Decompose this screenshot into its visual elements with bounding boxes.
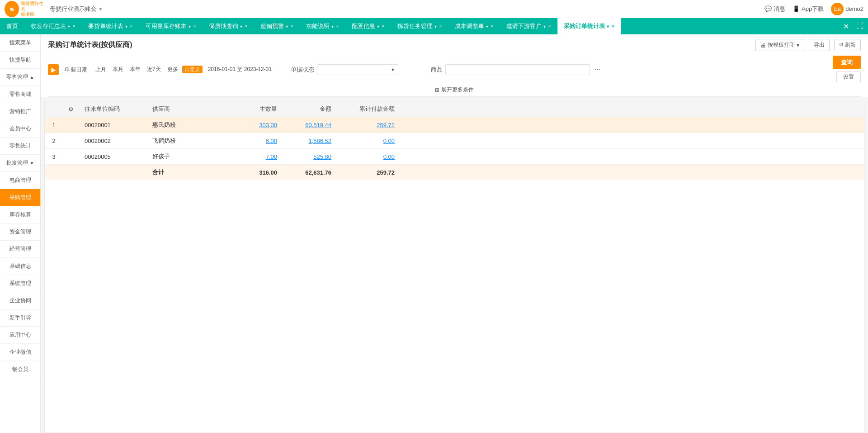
filter-goods: 商品 ··· xyxy=(431,64,602,75)
settings-button[interactable]: 设置 xyxy=(836,71,861,83)
sidebar-item-members-club[interactable]: 畅会员 xyxy=(0,361,40,378)
more-options-icon[interactable]: ··· xyxy=(593,66,602,74)
user-avatar[interactable]: Ea demo2 xyxy=(831,3,863,15)
app-download-btn[interactable]: 📱 App下载 xyxy=(793,5,824,13)
tab-home[interactable]: 首页 xyxy=(0,18,24,34)
expand-icon: ▼ xyxy=(30,161,34,166)
shortcut-more[interactable]: 更多 xyxy=(165,65,180,74)
cell-gear xyxy=(63,133,79,149)
sidebar-item-search[interactable]: 搜索菜单 xyxy=(0,34,40,52)
footer-paid: 259.72 xyxy=(337,165,400,181)
page-header: 采购订单统计表(按供应商) 🖨 按模板打印 ▾ 导出 ↺ 刷新 xyxy=(41,34,868,97)
goods-input[interactable] xyxy=(445,64,590,75)
cell-paid[interactable]: 0.00 xyxy=(337,149,400,165)
sidebar-item-label: 采购管理 xyxy=(9,194,31,200)
filter-toggle-button[interactable]: ▶ xyxy=(48,64,59,75)
status-select[interactable]: ▾ xyxy=(317,64,398,75)
sidebar-item-app-center[interactable]: 应用中心 xyxy=(0,327,40,344)
sidebar-item-basic-info[interactable]: 基础信息 xyxy=(0,258,40,275)
shortcut-this-year[interactable]: 本年 xyxy=(127,65,143,74)
svg-text:畅: 畅 xyxy=(10,7,14,12)
tab-invite-downstream[interactable]: 邀请下游客户 ▾ × xyxy=(500,18,557,34)
sidebar-item-stock-calc[interactable]: 库存核算 xyxy=(0,206,40,224)
tab-purchase-order-stats[interactable]: 采购订单统计表 ▾ × xyxy=(557,18,621,34)
tab-close-icon[interactable]: × xyxy=(611,23,614,29)
tab-stock-book[interactable]: 可用量库存账本 ▾ × xyxy=(139,18,203,34)
tab-maximize-icon[interactable]: ⛶ xyxy=(854,21,865,31)
tab-dropdown-icon: ▾ xyxy=(240,24,242,29)
shortcut-7days[interactable]: 近7天 xyxy=(145,65,163,74)
sidebar-item-retail-stats[interactable]: 零售统计 xyxy=(0,138,40,155)
col-gear[interactable]: ⚙ xyxy=(63,101,79,117)
message-icon: 💬 xyxy=(764,5,772,12)
sidebar-item-member[interactable]: 会员中心 xyxy=(0,120,40,138)
template-print-label: 按模板打印 xyxy=(768,41,795,49)
tab-close-icon[interactable]: × xyxy=(72,23,75,29)
custom-badge[interactable]: 自定义 xyxy=(182,66,203,73)
sidebar-item-shortcuts[interactable]: 快捷导航 xyxy=(0,52,40,69)
sidebar-item-ecommerce[interactable]: 电商管理 xyxy=(0,172,40,189)
table-row[interactable]: 1 00020001 惠氏奶粉 303.00 60,519.44 259.72 xyxy=(45,117,864,133)
nav-tabs: 首页 收发存汇总表 ▾ × 要货单统计表 ▾ × 可用量库存账本 ▾ × 保质期… xyxy=(0,18,868,34)
tab-expiry-query[interactable]: 保质期查询 ▾ × xyxy=(203,18,254,34)
nav-tabs-end: ✕ ⛶ xyxy=(841,21,868,32)
cell-paid[interactable]: 259.72 xyxy=(337,117,400,133)
sidebar-item-retail-shop[interactable]: 零售商城 xyxy=(0,86,40,103)
cell-amount[interactable]: 60,519.44 xyxy=(283,117,337,133)
export-button[interactable]: 导出 xyxy=(809,39,830,51)
shortcut-this-month[interactable]: 本月 xyxy=(110,65,126,74)
cell-paid[interactable]: 0.00 xyxy=(337,133,400,149)
content-area: 采购订单统计表(按供应商) 🖨 按模板打印 ▾ 导出 ↺ 刷新 xyxy=(41,34,868,433)
col-code: 往来单位编码 xyxy=(79,101,147,117)
tab-pick-task[interactable]: 拣货任务管理 ▾ × xyxy=(391,18,448,34)
cell-num: 2 xyxy=(45,133,63,149)
template-print-button[interactable]: 🖨 按模板打印 ▾ xyxy=(755,39,804,51)
table-row[interactable]: 3 00020005 好孩子 7.00 525.80 0.00 xyxy=(45,149,864,165)
sidebar-item-marketing[interactable]: 营销推广 xyxy=(0,103,40,120)
tab-close-icon[interactable]: × xyxy=(491,23,494,29)
tab-close-icon[interactable]: × xyxy=(382,23,385,29)
messages-btn[interactable]: 💬 消息 xyxy=(764,5,785,13)
tab-overstock[interactable]: 超储预警 ▾ × xyxy=(254,18,300,34)
cell-qty[interactable]: 7.00 xyxy=(237,149,283,165)
tab-label: 可用量库存账本 xyxy=(146,22,187,30)
sidebar-item-wechat[interactable]: 企业微信 xyxy=(0,344,40,361)
tab-receive-summary[interactable]: 收发存汇总表 ▾ × xyxy=(24,18,82,34)
refresh-button[interactable]: ↺ 刷新 xyxy=(834,39,861,51)
sidebar-item-newbie[interactable]: 新手引导 xyxy=(0,309,40,327)
sidebar-item-operations[interactable]: 经营管理 xyxy=(0,241,40,258)
sidebar-item-sys-mgmt[interactable]: 系统管理 xyxy=(0,275,40,292)
tab-close-icon[interactable]: × xyxy=(193,23,196,29)
tab-config[interactable]: 配置信息 ▾ × xyxy=(345,18,391,34)
cell-qty[interactable]: 303.00 xyxy=(237,117,283,133)
col-supplier: 供应商 xyxy=(147,101,237,117)
tab-close-icon[interactable]: × xyxy=(439,23,442,29)
tab-close-icon[interactable]: × xyxy=(245,23,248,29)
tab-cost-adjust[interactable]: 成本调整单 ▾ × xyxy=(448,18,500,34)
cell-amount[interactable]: 1,586.52 xyxy=(283,133,337,149)
tab-close-icon[interactable]: × xyxy=(336,23,339,29)
tab-close-icon[interactable]: × xyxy=(548,23,551,29)
tab-close-all-icon[interactable]: ✕ xyxy=(841,21,851,32)
table-row[interactable]: 2 00020002 飞鹤奶粉 6.00 1,586.52 0.00 xyxy=(45,133,864,149)
expand-more-button[interactable]: ⊞ 展开更多条件 xyxy=(435,86,474,94)
workspace-selector[interactable]: 母婴行业演示账套 ▾ xyxy=(50,5,102,13)
sidebar-item-retail-mgmt[interactable]: 零售管理 ▲ xyxy=(0,69,40,86)
tab-close-icon[interactable]: × xyxy=(290,23,293,29)
cell-qty[interactable]: 6.00 xyxy=(237,133,283,149)
sidebar-item-finance[interactable]: 资金管理 xyxy=(0,224,40,241)
tab-close-icon[interactable]: × xyxy=(130,23,133,29)
tab-order-stats[interactable]: 要货单统计表 ▾ × xyxy=(82,18,139,34)
sidebar-item-label: 零售商城 xyxy=(9,91,31,97)
cell-amount[interactable]: 525.80 xyxy=(283,149,337,165)
date-shortcuts: 上月 本月 本年 近7天 更多 自定义 xyxy=(93,65,203,74)
tab-dropdown-icon: ▾ xyxy=(377,24,379,29)
shortcut-last-month[interactable]: 上月 xyxy=(93,65,108,74)
sidebar-item-purchase[interactable]: 采购管理 xyxy=(0,189,40,206)
footer-extra xyxy=(400,165,864,181)
sidebar-item-wholesale[interactable]: 批发管理 ▼ xyxy=(0,155,40,172)
workspace-name: 母婴行业演示账套 xyxy=(50,5,97,13)
tab-function-guide[interactable]: 功能说明 ▾ × xyxy=(300,18,345,34)
query-button[interactable]: 查询 xyxy=(833,56,861,69)
sidebar-item-collab[interactable]: 企业协同 xyxy=(0,292,40,309)
